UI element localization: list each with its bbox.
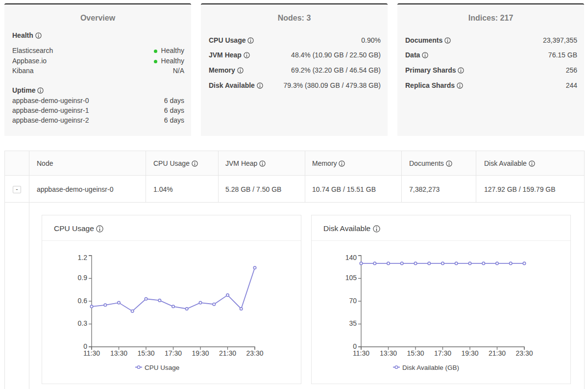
svg-text:CPU Usage: CPU Usage xyxy=(145,364,179,371)
svg-text:19:30: 19:30 xyxy=(192,349,209,357)
svg-text:35: 35 xyxy=(349,319,357,327)
svg-text:0.6: 0.6 xyxy=(78,297,88,305)
svg-text:140: 140 xyxy=(345,254,357,261)
svg-text:21:30: 21:30 xyxy=(219,349,236,357)
svg-text:0.9: 0.9 xyxy=(78,274,88,282)
svg-text:17:30: 17:30 xyxy=(165,349,182,357)
svg-text:Disk Available (GB): Disk Available (GB) xyxy=(402,364,459,371)
svg-text:105: 105 xyxy=(345,274,357,282)
svg-text:17:30: 17:30 xyxy=(434,349,451,357)
svg-text:70: 70 xyxy=(349,297,357,305)
svg-text:21:30: 21:30 xyxy=(489,349,506,357)
svg-text:15:30: 15:30 xyxy=(137,349,154,357)
svg-text:13:30: 13:30 xyxy=(380,349,397,357)
svg-text:0.3: 0.3 xyxy=(78,319,88,327)
svg-text:11:30: 11:30 xyxy=(353,349,369,357)
svg-text:15:30: 15:30 xyxy=(407,349,424,357)
svg-text:23:30: 23:30 xyxy=(515,349,533,357)
svg-text:13:30: 13:30 xyxy=(110,349,127,357)
svg-text:19:30: 19:30 xyxy=(461,349,478,357)
svg-text:1.2: 1.2 xyxy=(78,254,88,261)
svg-text:11:30: 11:30 xyxy=(83,349,100,357)
svg-text:23:30: 23:30 xyxy=(246,349,263,357)
